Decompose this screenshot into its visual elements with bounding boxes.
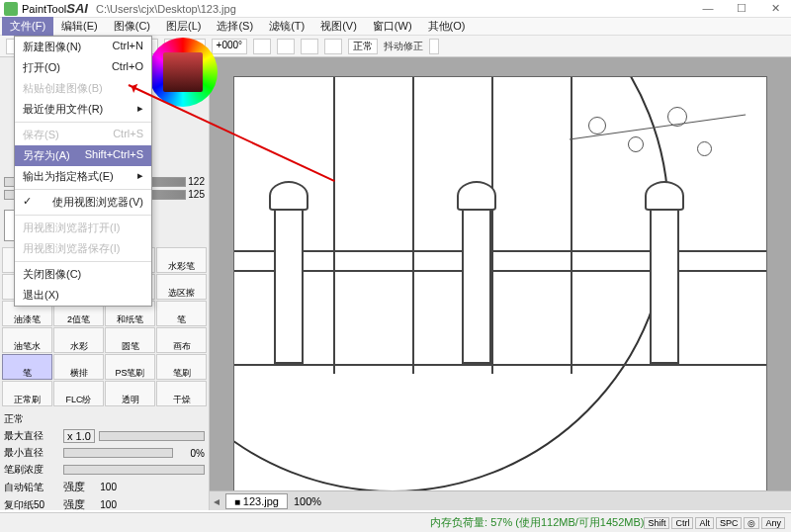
min-size-slider[interactable]	[63, 448, 173, 458]
key-spc: SPC	[716, 517, 743, 529]
color-wheel[interactable]	[148, 38, 218, 107]
flip-icon[interactable]	[324, 39, 342, 54]
density-label: 笔刷浓度	[4, 463, 59, 477]
paper-label[interactable]: 复印纸50	[4, 498, 59, 511]
file-path: C:\Users\cjx\Desktop\123.jpg	[96, 3, 236, 15]
menu-file[interactable]: 文件(F)	[2, 17, 53, 36]
menu-window[interactable]: 窗口(W)	[365, 17, 420, 36]
menu-other[interactable]: 其他(O)	[420, 17, 474, 36]
menu-saveviewer: 用视图浏览器保存(I)	[15, 238, 151, 259]
blend-mode-select[interactable]: 正常	[348, 39, 378, 54]
artwork	[234, 77, 766, 490]
menu-layer[interactable]: 图层(L)	[158, 17, 209, 36]
status-bar: 内存负荷量: 57% (使用112MB/可用1452MB) Shift Ctrl…	[0, 512, 791, 532]
menu-view[interactable]: 视图(V)	[312, 17, 365, 36]
max-size-slider[interactable]	[99, 431, 205, 441]
document-tab-bar: ◂ ■ 123.jpg 100%	[210, 490, 791, 510]
menu-edit[interactable]: 编辑(E)	[53, 17, 106, 36]
blend-normal[interactable]: 正常	[4, 412, 59, 426]
tool-oilwater[interactable]: 油笔水	[2, 327, 52, 353]
menu-openviewer: 用视图浏览器打开(I)	[15, 218, 151, 238]
tool-round[interactable]: 圆笔	[105, 327, 155, 353]
paper-value: 100	[89, 499, 117, 510]
tool-brush[interactable]: 笔刷	[156, 354, 207, 380]
key-alt: Alt	[695, 517, 714, 529]
key-any: Any	[761, 517, 785, 529]
tool-line[interactable]: 横排	[53, 354, 104, 380]
menu-new[interactable]: 新建图像(N)Ctrl+N	[15, 37, 151, 57]
menu-closeimg[interactable]: 关闭图像(C)	[15, 264, 151, 285]
menu-saveas[interactable]: 另存为(A)Shift+Ctrl+S	[15, 145, 151, 166]
tab-prev-icon[interactable]: ◂	[214, 494, 220, 508]
document-tab[interactable]: ■ 123.jpg	[225, 493, 288, 509]
tool-trans[interactable]: 透明	[105, 381, 155, 406]
maximize-button[interactable]: ☐	[730, 2, 753, 15]
app-brand: SAI	[66, 1, 88, 16]
key-ctrl: Ctrl	[671, 517, 693, 529]
memory-status: 内存负荷量: 57% (使用112MB/可用1452MB)	[430, 515, 644, 530]
min-size-value: 0%	[177, 448, 205, 459]
density-slider[interactable]	[63, 465, 205, 475]
menu-exit[interactable]: 退出(X)	[15, 285, 151, 306]
rot-reset-icon[interactable]	[301, 39, 318, 54]
tab-zoom[interactable]: 100%	[294, 495, 321, 507]
tool-watercolor[interactable]: 水彩笔	[156, 247, 207, 273]
menu-select[interactable]: 选择(S)	[209, 17, 261, 36]
file-menu-dropdown: 新建图像(N)Ctrl+N 打开(O)Ctrl+O 粘贴创建图像(B) 最近使用…	[14, 36, 152, 307]
menu-image[interactable]: 图像(C)	[106, 17, 158, 36]
slider-2-value: 125	[188, 189, 205, 200]
menu-bar: 文件(F) 编辑(E) 图像(C) 图层(L) 选择(S) 滤镜(T) 视图(V…	[0, 18, 791, 36]
key-shift: Shift	[644, 517, 669, 529]
tool-normal[interactable]: 正常刷	[2, 381, 52, 406]
auto-label[interactable]: 自动铅笔	[4, 481, 59, 494]
menu-viewer[interactable]: 使用视图浏览器(V)	[15, 192, 151, 213]
menu-save: 保存(S)Ctrl+S	[15, 125, 151, 145]
canvas-area[interactable]	[210, 57, 791, 510]
tool-selerase[interactable]: 选区擦	[156, 274, 207, 300]
size-mult[interactable]: x 1.0	[63, 429, 95, 443]
max-size-label: 最大直径	[4, 429, 59, 443]
tool-canvas[interactable]: 画布	[156, 327, 207, 353]
menu-open[interactable]: 打开(O)Ctrl+O	[15, 57, 151, 78]
tool-psbrush[interactable]: PS笔刷	[105, 354, 155, 380]
tool-flc[interactable]: FLC纷	[53, 381, 104, 406]
rot-left-icon[interactable]	[253, 39, 271, 54]
title-bar: PaintTool SAI C:\Users\cjx\Desktop\123.j…	[0, 0, 791, 18]
auto-value: 100	[89, 482, 117, 492]
tool-dry[interactable]: 干燥	[156, 381, 207, 406]
menu-export[interactable]: 输出为指定格式(E)▸	[15, 166, 151, 187]
slider-1-value: 122	[188, 176, 205, 187]
rot-right-icon[interactable]	[277, 39, 295, 54]
menu-recent[interactable]: 最近使用文件(R)▸	[15, 99, 151, 120]
close-button[interactable]: ✕	[763, 2, 787, 15]
minimize-button[interactable]: —	[696, 2, 720, 15]
rotation-field[interactable]: +000°	[212, 39, 248, 54]
tool-pen2[interactable]: 笔	[2, 354, 52, 380]
tool-pen[interactable]: 笔	[156, 301, 207, 326]
brush-settings: 正常 最大直径x 1.0 最小直径0% 笔刷浓度 自动铅笔强度100 复印纸50…	[0, 408, 209, 510]
canvas[interactable]	[233, 76, 767, 491]
min-size-label: 最小直径	[4, 446, 59, 460]
stabilizer-label: 抖动修正	[384, 40, 423, 53]
menu-filter[interactable]: 滤镜(T)	[261, 17, 312, 36]
modifier-keys: Shift Ctrl Alt SPC ◎ Any	[644, 517, 785, 529]
app-logo-icon	[4, 2, 18, 16]
stabilizer-select[interactable]	[429, 39, 439, 54]
tool-water2[interactable]: 水彩	[53, 327, 104, 353]
app-name: PaintTool	[22, 3, 66, 15]
key-rec: ◎	[744, 517, 759, 529]
